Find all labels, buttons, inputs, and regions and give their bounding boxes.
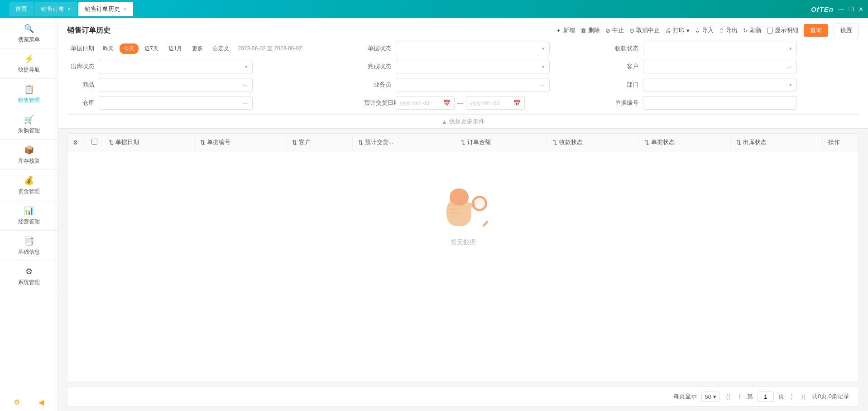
sidebar-item-finance[interactable]: 💰 资金管理 — [0, 170, 58, 200]
col-amount-sortable[interactable]: ⇅ 订单金额 — [460, 138, 541, 146]
col-amount[interactable]: ⇅ 订单金额 — [455, 134, 547, 151]
sidebar-item-system[interactable]: ⚙ 系统管理 — [0, 261, 58, 291]
window-minimize[interactable]: — — [838, 6, 844, 13]
date-pill-custom[interactable]: 自定义 — [209, 44, 233, 54]
top-bar-right: OfTEn — ❐ ✕ — [811, 5, 863, 13]
complete-status-select[interactable]: ▾ — [396, 60, 550, 73]
delete-button[interactable]: 🗑 删除 — [580, 26, 600, 34]
table-header-row: ⚙ ⇅ 单据日期 ⇅ — [67, 134, 858, 151]
col-delivery[interactable]: ⇅ 预计交货... — [352, 134, 455, 151]
ill-line2 — [448, 208, 459, 210]
content-area: 销售订单历史 ＋ 新增 🗑 删除 ⊘ 中止 ⊙ — [58, 18, 868, 411]
sidebar-item-operations[interactable]: 📊 经营管理 — [0, 200, 58, 231]
sidebar-item-purchase[interactable]: 🛒 采购管理 — [0, 109, 58, 140]
cancel-stop-label: 取消中止 — [636, 26, 660, 34]
prev-page-btn[interactable]: ⟨ — [737, 392, 743, 401]
main-layout: 🔍 搜索菜单 ⚡ 快捷导航 📋 销售管理 🛒 采购管理 📦 库存核算 💰 资金管… — [0, 18, 868, 411]
print-button[interactable]: 🖨 打印 ▾ — [665, 26, 690, 34]
import-button[interactable]: ⇩ 导入 — [695, 26, 714, 34]
settings-button[interactable]: 设置 — [834, 24, 859, 37]
col-payment-status[interactable]: ⇅ 收款状态 — [547, 134, 639, 151]
sidebar-item-search-menu-label: 搜索菜单 — [18, 36, 40, 44]
customer-ellipsis[interactable]: ··· — [787, 63, 792, 70]
filter-area: 单据日期 昨天 今天 近7天 近1月 更多 自定义 2023-06-02 至 2… — [67, 42, 859, 128]
stop-icon: ⊘ — [605, 27, 610, 34]
product-ellipsis[interactable]: ··· — [242, 81, 248, 88]
page-size-select[interactable]: 50 ▾ — [701, 392, 719, 402]
tab-sales-order-history-close[interactable]: ✕ — [123, 6, 127, 12]
date-pill-more[interactable]: 更多 — [188, 44, 207, 54]
sidebar-item-operations-label: 经营管理 — [18, 218, 40, 226]
col-order-status[interactable]: ⇅ 单据状态 — [638, 134, 730, 151]
col-number[interactable]: ⇅ 单据编号 — [195, 134, 287, 151]
tab-sales-order[interactable]: 销售订单 ✕ — [34, 2, 77, 16]
export-icon: ⇧ — [719, 27, 724, 34]
sidebar-collapse-btn[interactable]: ◀ — [38, 398, 44, 406]
date-pill-last1m[interactable]: 近1月 — [164, 44, 187, 54]
page-label-pre: 第 — [747, 392, 753, 401]
table-body: 暂无数据 — [67, 151, 858, 283]
display-detail-checkbox[interactable] — [767, 28, 773, 34]
date-pill-last7[interactable]: 近7天 — [140, 44, 163, 54]
col-customer-sortable[interactable]: ⇅ 客户 — [292, 138, 346, 146]
order-number-input[interactable] — [643, 96, 797, 110]
sidebar-item-search-menu[interactable]: 🔍 搜索菜单 — [0, 18, 58, 48]
pagination-bar: 每页显示 50 ▾ ⟨⟨ ⟨ 第 页 ⟩ ⟩⟩ 共0页,0条记录 — [67, 387, 859, 406]
select-all-checkbox[interactable] — [91, 139, 97, 145]
delivery-date-range: yyyy-mm-dd 📅 — yyyy-mm-dd 📅 — [396, 96, 525, 110]
date-range-display: 2023-06-02 至 2023-06-02 — [238, 45, 302, 53]
page-number-input[interactable] — [758, 392, 774, 402]
delivery-date-from-input[interactable]: yyyy-mm-dd 📅 — [396, 96, 455, 110]
col-out-status-sortable[interactable]: ⇅ 出库状态 — [736, 138, 817, 146]
col-customer[interactable]: ⇅ 客户 — [287, 134, 352, 151]
last-page-btn[interactable]: ⟩⟩ — [799, 392, 807, 401]
col-out-status[interactable]: ⇅ 出库状态 — [730, 134, 822, 151]
sidebar-item-base-info-label: 基础信息 — [18, 248, 40, 256]
refresh-button[interactable]: ↻ 刷新 — [743, 26, 762, 34]
out-status-select[interactable]: ▾ — [99, 60, 253, 73]
stop-button[interactable]: ⊘ 中止 — [605, 26, 624, 34]
data-table: ⚙ ⇅ 单据日期 ⇅ — [67, 134, 858, 283]
salesperson-ellipsis[interactable]: ··· — [539, 81, 545, 88]
new-button[interactable]: ＋ 新增 — [556, 26, 575, 34]
delivery-date-to-input[interactable]: yyyy-mm-dd 📅 — [466, 96, 525, 110]
filter-row-4: 仓库 ··· 预计交货日期 yyyy-mm-dd 📅 — [67, 96, 859, 110]
export-button[interactable]: ⇧ 导出 — [719, 26, 738, 34]
col-settings[interactable]: ⚙ — [67, 134, 86, 151]
next-page-btn[interactable]: ⟩ — [789, 392, 795, 401]
col-order-status-sortable[interactable]: ⇅ 单据状态 — [644, 138, 725, 146]
tab-sales-order-label: 销售订单 — [41, 5, 64, 13]
col-date-sortable[interactable]: ⇅ 单据日期 — [109, 138, 189, 146]
sidebar-item-quick-nav[interactable]: ⚡ 快捷导航 — [0, 48, 58, 79]
window-close[interactable]: ✕ — [858, 6, 863, 13]
order-number-label: 单据编号 — [611, 99, 643, 107]
date-range-dash: — — [457, 100, 463, 106]
tab-sales-order-history[interactable]: 销售订单历史 ✕ — [78, 2, 133, 16]
sidebar-item-base-info[interactable]: 📑 基础信息 — [0, 231, 58, 261]
tab-home[interactable]: 首页 — [9, 2, 34, 16]
date-pill-today[interactable]: 今天 — [120, 44, 139, 54]
warehouse-label: 仓库 — [67, 99, 99, 107]
cancel-stop-button[interactable]: ⊙ 取消中止 — [629, 26, 660, 34]
query-button[interactable]: 查询 — [804, 24, 828, 37]
col-date[interactable]: ⇅ 单据日期 — [103, 134, 195, 151]
col-payment-status-sortable[interactable]: ⇅ 收款状态 — [552, 138, 633, 146]
col-delivery-sortable[interactable]: ⇅ 预计交货... — [358, 138, 450, 146]
payment-status-select[interactable]: ▾ — [643, 42, 797, 55]
col-number-sortable[interactable]: ⇅ 单据编号 — [200, 138, 281, 146]
first-page-btn[interactable]: ⟨⟨ — [724, 392, 732, 401]
tab-sales-order-close[interactable]: ✕ — [67, 6, 71, 12]
order-status-select[interactable]: ▾ — [396, 42, 550, 55]
sidebar-item-sales[interactable]: 📋 销售管理 — [0, 79, 58, 109]
new-label: 新增 — [563, 26, 575, 34]
display-detail-toggle[interactable]: 显示明细 — [767, 26, 798, 34]
sidebar-item-inventory[interactable]: 📦 库存核算 — [0, 140, 58, 170]
collapse-filter-row[interactable]: ▲ 收起更多条件 — [67, 114, 859, 128]
department-select[interactable]: ▾ — [643, 78, 797, 92]
sidebar-settings-btn[interactable]: ⚙ — [14, 398, 20, 406]
delivery-to-placeholder: yyyy-mm-dd — [470, 100, 499, 106]
warehouse-ellipsis[interactable]: ··· — [242, 99, 248, 106]
date-pill-yesterday[interactable]: 昨天 — [99, 44, 118, 54]
window-restore[interactable]: ❐ — [849, 6, 854, 13]
delete-icon: 🗑 — [580, 27, 586, 34]
